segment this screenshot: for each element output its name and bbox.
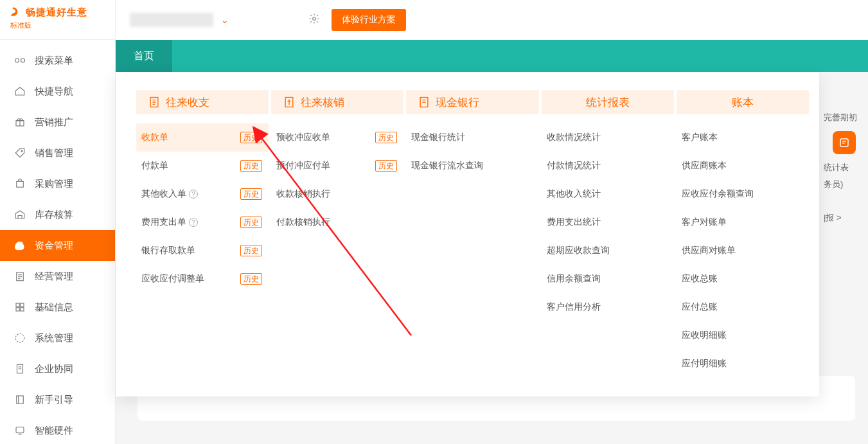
menu-item-expense[interactable]: 费用支出单? 历史: [136, 208, 269, 236]
sidebar-item-guide[interactable]: 新手引导: [0, 384, 115, 415]
history-badge[interactable]: 历史: [240, 188, 262, 200]
menu-item[interactable]: 应付明细账: [677, 350, 809, 378]
bank-icon: [418, 96, 430, 109]
menu-item-other-income[interactable]: 其他收入单? 历史: [136, 180, 269, 208]
menu-item[interactable]: 其他收入统计: [542, 180, 674, 208]
menu-item[interactable]: 客户对账单: [677, 208, 809, 236]
help-icon[interactable]: ?: [189, 190, 198, 199]
menu-item-label: 应收应付调整单: [141, 273, 204, 285]
report-chip-icon[interactable]: [833, 131, 856, 154]
sidebar-item-search[interactable]: 搜索菜单: [0, 45, 115, 76]
svg-rect-6: [16, 303, 19, 306]
menu-item-prereceive-offset[interactable]: 预收冲应收单 历史: [271, 123, 403, 152]
mega-column-label: 现金银行: [436, 95, 479, 110]
mega-column-writeoff: 往来核销 预收冲应收单 历史 预付冲应付单 历史 收款核销执行 付款核销执行: [271, 90, 403, 381]
menu-item[interactable]: 应收明细账: [677, 321, 809, 350]
menu-item[interactable]: 供应商对账单: [677, 236, 809, 265]
menu-item[interactable]: 应收应付余额查询: [677, 180, 809, 208]
brand-edition: 标准版: [10, 21, 106, 30]
sidebar-item-purchase[interactable]: 采购管理: [0, 168, 115, 199]
history-badge[interactable]: 历史: [375, 160, 397, 172]
brand-logo-icon: [9, 5, 22, 19]
menu-item-payment[interactable]: 付款单 历史: [136, 152, 269, 180]
tab-home[interactable]: 首页: [116, 40, 172, 72]
menu-item-label: 预收冲应收单: [276, 132, 330, 143]
menu-item-receive-exec[interactable]: 收款核销执行: [271, 180, 403, 208]
mega-column-title: 往来核销: [271, 90, 403, 114]
history-badge[interactable]: 历史: [240, 273, 262, 285]
menu-item[interactable]: 应收总账: [677, 265, 809, 293]
sidebar-item-base[interactable]: 基础信息: [0, 292, 115, 323]
mega-column-label: 往来核销: [301, 95, 344, 110]
menu-item-label: 超期应收款查询: [547, 245, 610, 256]
try-industry-button[interactable]: 体验行业方案: [332, 9, 406, 31]
gift-icon: [14, 116, 26, 128]
right-info-line: |报 >: [820, 209, 868, 226]
sidebar-item-label: 销售管理: [35, 147, 73, 159]
help-icon[interactable]: ?: [189, 218, 198, 227]
menu-item-adjust[interactable]: 应收应付调整单 历史: [136, 265, 269, 293]
svg-point-10: [15, 333, 24, 342]
history-badge[interactable]: 历史: [240, 217, 262, 228]
guide-icon: [14, 394, 26, 405]
menu-item-receipt[interactable]: 收款单 历史: [136, 123, 269, 152]
menu-item-pay-exec[interactable]: 付款核销执行: [271, 208, 403, 236]
menu-item[interactable]: 供应商账本: [677, 152, 809, 180]
sidebar-item-funds[interactable]: 资金管理: [0, 230, 115, 261]
menu-item-label: 客户信用分析: [547, 301, 601, 313]
sidebar-item-label: 系统管理: [35, 332, 73, 344]
ledger-icon: [283, 96, 296, 109]
history-badge[interactable]: 历史: [240, 245, 262, 256]
menu-item[interactable]: 费用支出统计: [542, 208, 674, 236]
menu-item[interactable]: 信用余额查询: [542, 265, 674, 293]
menu-item-label: 费用支出统计: [547, 217, 601, 228]
sidebar-item-label: 营销推广: [35, 116, 73, 129]
sidebar-item-marketing[interactable]: 营销推广: [0, 107, 115, 138]
gear-icon[interactable]: [308, 13, 320, 27]
svg-rect-12: [17, 396, 24, 404]
menu-item-cashbank-stat[interactable]: 现金银行统计: [406, 123, 538, 152]
menu-item-cashbank-flow[interactable]: 现金银行流水查询: [406, 152, 538, 180]
menu-item[interactable]: 客户账本: [677, 123, 809, 152]
doc-icon: [14, 363, 26, 375]
menu-item-label: 应收总账: [682, 273, 718, 285]
svg-rect-8: [16, 308, 19, 311]
sidebar-item-stock[interactable]: 库存核算: [0, 199, 115, 230]
menu-item-label: 收款核销执行: [276, 188, 330, 200]
menu-item-label: 应收明细账: [682, 330, 727, 341]
mega-column-title: 统计报表: [542, 90, 674, 114]
sidebar-item-collab[interactable]: 企业协同: [0, 353, 115, 384]
menu-item[interactable]: 超期应收款查询: [542, 236, 674, 265]
menu-item[interactable]: 付款情况统计: [542, 152, 674, 180]
menu-item[interactable]: 收款情况统计: [542, 123, 674, 152]
cart-icon: [14, 178, 26, 190]
mega-column-title: 往来收支: [136, 90, 269, 114]
menu-item-label: 银行存取款单: [141, 245, 195, 256]
sidebar-item-quicknav[interactable]: 快捷导航: [0, 76, 115, 107]
search-icon: [14, 55, 26, 66]
history-badge[interactable]: 历史: [240, 160, 262, 172]
sidebar-item-system[interactable]: 系统管理: [0, 323, 115, 353]
menu-item[interactable]: 客户信用分析: [542, 293, 674, 321]
sidebar-item-sales[interactable]: 销售管理: [0, 138, 115, 168]
sidebar-item-label: 资金管理: [35, 240, 73, 252]
org-selector[interactable]: ⌄: [130, 13, 297, 27]
menu-item-prepay-offset[interactable]: 预付冲应付单 历史: [271, 152, 403, 180]
menu-item-label: 信用余额查询: [547, 273, 601, 285]
sidebar-item-label: 采购管理: [35, 178, 73, 190]
menu-item-label: 其他收入统计: [547, 188, 601, 200]
menu-item[interactable]: 应付总账: [677, 293, 809, 321]
sidebar-item-hardware[interactable]: 智能硬件: [0, 415, 115, 444]
sidebar-item-ops[interactable]: 经营管理: [0, 261, 115, 292]
sidebar-nav: 搜索菜单 快捷导航 营销推广 销售管理 采购管理 库存核算 资金管理 经营管理: [0, 40, 115, 444]
sidebar-item-label: 快捷导航: [35, 85, 73, 98]
menu-item-bank-depo[interactable]: 银行存取款单 历史: [136, 236, 269, 265]
history-badge[interactable]: 历史: [240, 132, 262, 143]
history-badge[interactable]: 历史: [375, 132, 397, 143]
menu-item-label: 付款情况统计: [547, 160, 601, 172]
device-icon: [14, 425, 26, 436]
sidebar-item-label: 库存核算: [35, 209, 73, 221]
sidebar-item-label: 企业协同: [35, 363, 73, 375]
sidebar-item-label: 经营管理: [35, 271, 73, 283]
header: ⌄ 体验行业方案: [116, 0, 868, 40]
